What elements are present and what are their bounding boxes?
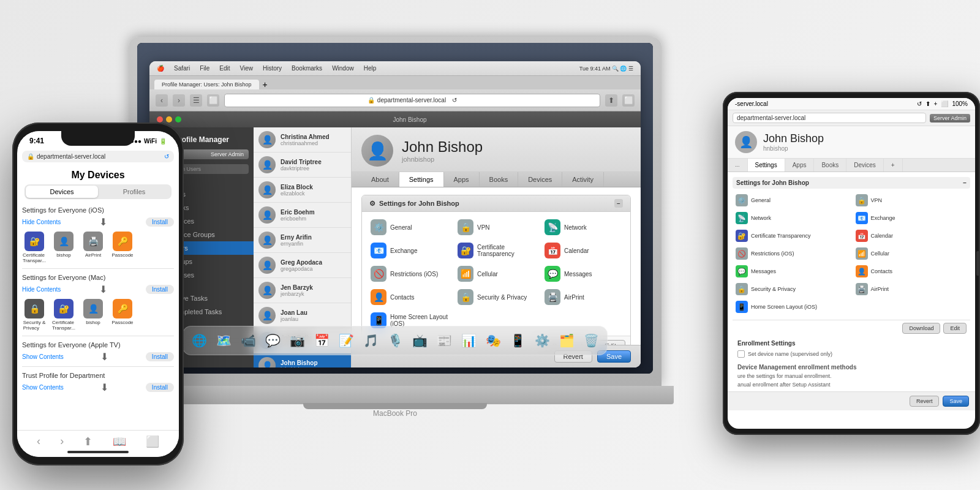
dock-icon-finder[interactable]: 🗂️ — [556, 330, 578, 352]
iphone-nav-forward[interactable]: › — [60, 435, 64, 448]
iphone-section-2-toggle[interactable]: Hide Contents — [22, 285, 61, 294]
pm-setting-general[interactable]: ⚙️ General — [367, 217, 451, 238]
pm-setting-vpn[interactable]: 🔒 VPN — [454, 217, 538, 238]
pm-settings-collapse-btn[interactable]: − — [614, 199, 623, 208]
ipad-setting-airprint[interactable]: 🖨️ AirPrint — [853, 281, 971, 297]
ipad-server-admin-btn[interactable]: Server Admin — [930, 114, 970, 123]
safari-menu-safari[interactable]: Safari — [174, 65, 190, 72]
dock-icon-appstore[interactable]: 📱 — [507, 330, 529, 352]
dock-icon-compass[interactable]: 🌐 — [188, 330, 210, 352]
pm-setting-airprint[interactable]: 🖨️ AirPrint — [541, 287, 625, 307]
dock-icon-maps[interactable]: 🗺️ — [213, 330, 235, 352]
dock-icon-calendar[interactable]: 📅 — [311, 330, 333, 352]
apple-menu[interactable]: 🍎 — [157, 65, 164, 72]
pm-tab-settings[interactable]: Settings — [399, 172, 444, 187]
ipad-setting-exchange[interactable]: 📧 Exchange — [853, 210, 971, 226]
pm-setting-contacts[interactable]: 👤 Contacts — [367, 287, 451, 307]
pm-close-btn[interactable] — [157, 116, 163, 123]
iphone-refresh-icon[interactable]: ↺ — [164, 153, 169, 160]
ipad-revert-btn[interactable]: Revert — [910, 396, 940, 407]
ipad-setting-restrictions[interactable]: 🚫 Restrictions (iOS) — [733, 246, 851, 262]
iphone-section-1-toggle[interactable]: Hide Contents — [22, 217, 61, 227]
iphone-nav-share[interactable]: ⬆ — [83, 435, 92, 448]
safari-forward-btn[interactable]: › — [173, 94, 185, 107]
safari-refresh-icon[interactable]: ↺ — [452, 97, 457, 104]
ipad-setting-vpn[interactable]: 🔒 VPN — [853, 192, 971, 208]
dock-icon-tv[interactable]: 📺 — [409, 330, 431, 352]
ipad-setting-contacts[interactable]: 👤 Contacts — [853, 263, 971, 279]
pm-tab-books[interactable]: Books — [480, 172, 519, 187]
pm-tab-activity[interactable]: Activity — [562, 172, 604, 187]
dock-icon-facetime[interactable]: 📹 — [237, 330, 259, 352]
dock-icon-settings[interactable]: ⚙️ — [531, 330, 553, 352]
safari-menu-view[interactable]: View — [239, 65, 253, 72]
iphone-section-4-install-btn[interactable]: Install — [146, 383, 174, 392]
pm-maximize-btn[interactable] — [175, 116, 181, 123]
iphone-section-3-download-icon[interactable]: ⬇ — [100, 351, 108, 363]
pm-setting-cellular[interactable]: 📶 Cellular — [454, 263, 538, 284]
iphone-tab-profiles[interactable]: Profiles — [98, 186, 170, 198]
iphone-section-3-toggle[interactable]: Show Contents — [22, 352, 64, 361]
iphone-section-2-install-btn[interactable]: Install — [146, 285, 174, 294]
iphone-section-3-install-btn[interactable]: Install — [146, 352, 174, 361]
safari-menu-help[interactable]: Help — [364, 65, 377, 72]
dock-icon-keynote[interactable]: 🎭 — [482, 330, 504, 352]
ipad-settings-collapse-btn[interactable]: − — [963, 179, 967, 186]
ipad-setting-general[interactable]: ⚙️ General — [733, 192, 851, 208]
pm-setting-cert-transparency[interactable]: 🔐 Certificate Transparency — [454, 240, 538, 261]
safari-share-btn[interactable]: ⬆ — [605, 94, 617, 107]
ipad-setting-security[interactable]: 🔒 Security & Privacy — [733, 281, 851, 297]
safari-menu-bookmarks[interactable]: Bookmarks — [292, 65, 322, 72]
dock-icon-numbers[interactable]: 📊 — [458, 330, 480, 352]
iphone-section-4-download-icon[interactable]: ⬇ — [100, 382, 108, 393]
ipad-tab-more[interactable]: + — [884, 159, 903, 172]
ipad-address-bar[interactable]: departmental-server.local — [733, 113, 926, 123]
ipad-enrollment-checkbox[interactable] — [737, 350, 745, 358]
ipad-setting-messages[interactable]: 💬 Messages — [733, 263, 851, 279]
ipad-setting-cellular[interactable]: 📶 Cellular — [853, 246, 971, 262]
ipad-download-btn[interactable]: Download — [902, 323, 940, 334]
pm-user-jenbarzyk[interactable]: 👤 Jen Barzyk jenbarzyk — [254, 278, 351, 303]
pm-user-gregapodaca[interactable]: 👤 Greg Apodaca gregapodaca — [254, 253, 351, 278]
ipad-setting-cert[interactable]: 🔐 Certificate Transparency — [733, 228, 851, 244]
ipad-tab-about[interactable]: ... — [728, 159, 748, 172]
safari-menu-edit[interactable]: Edit — [219, 65, 230, 72]
pm-user-ernyanfin[interactable]: 👤 Erny Arifin ernyanfin — [254, 228, 351, 253]
iphone-section-2-download-icon[interactable]: ⬇ — [99, 284, 107, 295]
dock-icon-messages[interactable]: 💬 — [262, 330, 284, 352]
ipad-tab-settings[interactable]: Settings — [748, 159, 785, 172]
dock-icon-podcasts[interactable]: 🎙️ — [384, 330, 406, 352]
pm-setting-security-privacy[interactable]: 🔒 Security & Privacy — [454, 287, 538, 307]
safari-menu-file[interactable]: File — [200, 65, 209, 72]
safari-sidebar-btn[interactable]: ☰ — [190, 94, 202, 107]
iphone-address-bar[interactable]: 🔒 departmental-server.local ↺ — [22, 151, 174, 162]
ipad-tab-devices[interactable]: Devices — [846, 159, 884, 172]
pm-setting-calendar[interactable]: 📅 Calendar — [541, 240, 625, 261]
pm-tab-apps[interactable]: Apps — [444, 172, 480, 187]
pm-user-johnbishop[interactable]: 👤 John Bishop johnbishop — [254, 353, 351, 368]
pm-setting-exchange[interactable]: 📧 Exchange — [367, 240, 451, 261]
pm-minimize-btn[interactable] — [166, 116, 172, 123]
safari-new-tab-btn[interactable]: + — [263, 80, 268, 89]
dock-icon-notes[interactable]: 📝 — [335, 330, 357, 352]
pm-setting-network[interactable]: 📡 Network — [541, 217, 625, 238]
iphone-nav-tabs[interactable]: ⬜ — [146, 435, 159, 448]
dock-icon-news[interactable]: 📰 — [433, 330, 455, 352]
iphone-tab-devices[interactable]: Devices — [26, 186, 98, 198]
ipad-setting-calendar[interactable]: 📅 Calendar — [853, 228, 971, 244]
pm-tab-about[interactable]: About — [361, 172, 399, 187]
pm-setting-messages[interactable]: 💬 Messages — [541, 263, 625, 284]
iphone-section-1-install-btn[interactable]: Install — [146, 217, 174, 227]
iphone-nav-back[interactable]: ‹ — [37, 435, 40, 448]
pm-user-davidtriptree[interactable]: 👤 David Triptree davktriptree — [254, 153, 351, 178]
pm-user-ericboehm[interactable]: 👤 Eric Boehm ericboehm — [254, 203, 351, 228]
ipad-save-btn[interactable]: Save — [943, 396, 969, 407]
iphone-section-1-download-icon[interactable]: ⬇ — [99, 216, 107, 228]
pm-user-christinaahmed[interactable]: 👤 Christina Ahmed christinaahmed — [254, 127, 351, 153]
safari-popup-btn[interactable]: ⬜ — [622, 94, 635, 107]
safari-tab-view-btn[interactable]: ⬜ — [207, 94, 219, 107]
safari-menu-history[interactable]: History — [263, 65, 282, 72]
safari-back-btn[interactable]: ‹ — [156, 94, 168, 107]
safari-tab-pm[interactable]: Profile Manager: Users: John Bishop — [154, 80, 259, 89]
iphone-nav-books[interactable]: 📖 — [113, 435, 126, 448]
